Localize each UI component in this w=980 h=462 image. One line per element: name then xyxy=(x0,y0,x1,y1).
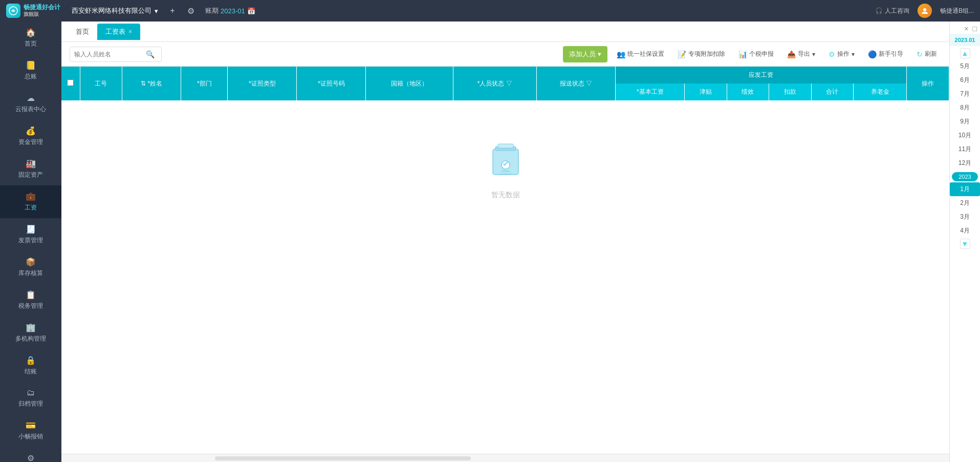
report-status-filter-icon: ▽ xyxy=(586,80,592,87)
add-person-chevron-icon: ▾ xyxy=(598,50,601,58)
fund-icon: 💰 xyxy=(26,126,36,136)
tab-close-icon[interactable]: × xyxy=(128,28,132,35)
ledger-icon: 📒 xyxy=(26,60,36,70)
th-person-status[interactable]: *人员状态 ▽ xyxy=(453,67,536,100)
header-actions: + ⚙ xyxy=(166,5,197,17)
date-scroll-down-btn[interactable]: ▼ xyxy=(960,239,970,249)
inventory-icon: 📦 xyxy=(26,257,36,267)
social-security-btn[interactable]: 👥 统一社保设置 xyxy=(613,48,668,60)
sidebar-label-inventory: 库存核算 xyxy=(18,269,43,278)
panel-close-icon[interactable]: × xyxy=(963,24,969,34)
add-person-button[interactable]: 添加人员 ▾ xyxy=(563,46,607,62)
date-month-2022-06[interactable]: 6月 xyxy=(950,73,980,87)
sidebar-item-tax[interactable]: 📋 税务管理 xyxy=(0,284,61,317)
sidebar-item-fixed-assets[interactable]: 🏭 固定资产 xyxy=(0,153,61,185)
tab-home[interactable]: 首页 xyxy=(68,24,97,40)
tab-salary-label: 工资表 xyxy=(105,27,125,36)
settings-gear-icon: ⚙ xyxy=(27,453,34,462)
human-service-btn[interactable]: 🎧 人工咨询 xyxy=(875,7,909,15)
user-avatar[interactable] xyxy=(918,4,932,18)
toolbar-right: 添加人员 ▾ 👥 统一社保设置 📝 专项附加扣除 📊 个税申报 📤 xyxy=(563,46,941,62)
guide-label: 新手引导 xyxy=(879,50,903,58)
table-header-top: 工号 ⇅ *姓名 *部门 *证照类型 *证照号码 国籍（地区） *人员状态 ▽ … xyxy=(61,67,949,83)
sidebar-item-archive[interactable]: 🗂 归档管理 xyxy=(0,382,61,414)
date-month-2023-02[interactable]: 2月 xyxy=(950,196,980,210)
personal-tax-btn[interactable]: 📊 个税申报 xyxy=(734,48,778,60)
date-month-2022-07[interactable]: 7月 xyxy=(950,87,980,101)
th-no: 工号 xyxy=(80,67,122,100)
multi-org-icon: 🏢 xyxy=(26,323,36,332)
add-button[interactable]: + xyxy=(166,5,179,17)
tab-salary-table[interactable]: 工资表 × xyxy=(97,24,140,40)
th-dept: *部门 xyxy=(181,67,228,100)
calendar-icon[interactable]: 📅 xyxy=(247,7,255,15)
th-name[interactable]: ⇅ *姓名 xyxy=(122,67,181,100)
date-month-2022-12[interactable]: 12月 xyxy=(950,156,980,170)
app-subtitle: 旗舰版 xyxy=(24,11,60,18)
th-id-type: *证照类型 xyxy=(228,67,297,100)
sidebar-item-invoice[interactable]: 🧾 发票管理 xyxy=(0,218,61,251)
operations-icon: ⚙ xyxy=(829,50,835,58)
guide-btn[interactable]: 🔵 新手引导 xyxy=(864,48,907,60)
salary-icon: 💼 xyxy=(26,192,36,201)
date-month-2022-08[interactable]: 8月 xyxy=(950,101,980,115)
date-month-2022-11[interactable]: 11月 xyxy=(950,142,980,156)
special-deduction-icon: 📝 xyxy=(678,50,686,58)
date-year-2023-label: 2023 xyxy=(952,172,978,181)
social-security-icon: 👥 xyxy=(617,50,625,58)
th-operations: 操作 xyxy=(907,67,949,100)
th-total: 合计 xyxy=(811,83,853,100)
empty-state: 暂无数据 xyxy=(61,100,949,241)
select-all-checkbox[interactable] xyxy=(67,79,74,86)
panel-top-controls: × □ xyxy=(950,22,980,34)
search-wrap: 🔍 xyxy=(70,47,162,62)
date-month-2022-10[interactable]: 10月 xyxy=(950,129,980,142)
sidebar-item-fund[interactable]: 💰 资金管理 xyxy=(0,120,61,153)
panel-maximize-icon[interactable]: □ xyxy=(972,24,978,34)
company-selector[interactable]: 西安虾米网络科技有限公司 ▾ xyxy=(72,6,158,15)
sidebar-label-multi-org: 多机构管理 xyxy=(15,334,46,343)
sidebar-item-cloud-report[interactable]: ☁ 云报表中心 xyxy=(0,87,61,120)
export-icon: 📤 xyxy=(787,50,796,58)
sidebar-item-multi-org[interactable]: 🏢 多机构管理 xyxy=(0,317,61,349)
date-month-2023-01[interactable]: 1月 xyxy=(950,182,980,196)
svg-point-1 xyxy=(923,8,926,11)
company-name: 西安虾米网络科技有限公司 xyxy=(72,6,151,15)
date-month-2022-09[interactable]: 9月 xyxy=(950,115,980,129)
sidebar-item-ledger[interactable]: 📒 总账 xyxy=(0,54,61,87)
sidebar-item-salary[interactable]: 💼 工资 xyxy=(0,185,61,218)
special-deduction-btn[interactable]: 📝 专项附加扣除 xyxy=(673,48,729,60)
bottom-scrollbar[interactable] xyxy=(61,454,949,462)
th-deduction: 扣款 xyxy=(769,83,811,100)
date-month-2023-04[interactable]: 4月 xyxy=(950,224,980,238)
settings-icon[interactable]: ⚙ xyxy=(185,5,197,17)
sidebar: 🏠 首页 📒 总账 ☁ 云报表中心 💰 资金管理 🏭 固定资产 💼 工资 🧾 发… xyxy=(0,22,61,462)
refresh-btn[interactable]: ↻ 刷新 xyxy=(912,48,941,60)
th-salary-group: 应发工资 xyxy=(616,67,907,83)
sidebar-item-expense[interactable]: 💳 小畅报销 xyxy=(0,414,61,447)
sidebar-item-home[interactable]: 🏠 首页 xyxy=(0,22,61,54)
export-label: 导出 xyxy=(798,50,810,58)
person-status-filter-icon: ▽ xyxy=(506,80,512,87)
sidebar-item-inventory[interactable]: 📦 库存核算 xyxy=(0,251,61,284)
period-value[interactable]: 2023-01 xyxy=(221,7,245,15)
top-header: 畅捷通好会计 旗舰版 西安虾米网络科技有限公司 ▾ + ⚙ 账期 2023-01… xyxy=(0,0,980,22)
sidebar-item-settings[interactable]: ⚙ 基础设置 xyxy=(0,447,61,462)
date-month-2023-03[interactable]: 3月 xyxy=(950,210,980,224)
svg-point-5 xyxy=(502,161,510,169)
fixed-assets-icon: 🏭 xyxy=(26,159,36,169)
empty-text: 暂无数据 xyxy=(491,191,520,200)
headset-icon: 🎧 xyxy=(875,7,883,14)
tab-home-label: 首页 xyxy=(76,27,89,36)
th-checkbox[interactable] xyxy=(61,67,80,100)
search-icon: 🔍 xyxy=(146,50,155,58)
sidebar-item-closing[interactable]: 🔒 结账 xyxy=(0,349,61,382)
search-input[interactable] xyxy=(74,51,146,58)
th-report-status[interactable]: 报送状态 ▽ xyxy=(536,67,616,100)
date-scroll-up-btn[interactable]: ▲ xyxy=(960,48,970,58)
date-month-2022-05[interactable]: 5月 xyxy=(950,59,980,73)
operations-btn[interactable]: ⚙ 操作 ▾ xyxy=(824,48,859,60)
sidebar-label-invoice: 发票管理 xyxy=(18,236,43,245)
export-btn[interactable]: 📤 导出 ▾ xyxy=(783,48,819,60)
sidebar-label-fund: 资金管理 xyxy=(18,138,43,146)
